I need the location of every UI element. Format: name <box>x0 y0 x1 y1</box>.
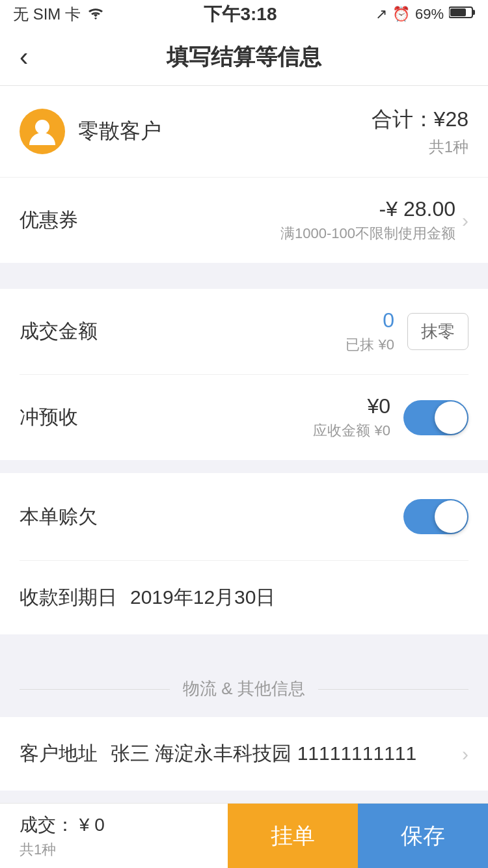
bottom-deal-value: ¥ 0 <box>79 815 105 835</box>
deal-amount-row: 成交金额 0 已抹 ¥0 抹零 <box>20 289 468 375</box>
coupon-right: -¥ 28.00 满1000-100不限制使用金额 › <box>280 197 468 243</box>
customer-section: 零散客户 合计：¥28 共1种 优惠券 -¥ 28.00 满1000-100不限… <box>0 86 488 263</box>
toggle-knob <box>435 401 467 434</box>
logistics-label: 物流 & 其他信息 <box>170 677 318 700</box>
address-row[interactable]: 客户地址 张三 海淀永丰科技园 11111111111 › <box>20 717 468 791</box>
deal-amount-right: 0 已抹 ¥0 抹零 <box>346 308 468 355</box>
status-bar: 无 SIM 卡 下午3:18 ↗ ⏰ 69% <box>0 0 488 29</box>
svg-point-3 <box>35 120 49 134</box>
coupon-label: 优惠券 <box>20 207 78 234</box>
due-date-label: 收款到期日 <box>20 584 117 611</box>
battery-icon <box>449 6 475 23</box>
location-icon: ↗ <box>375 6 387 23</box>
customer-right: 合计：¥28 共1种 <box>372 105 468 157</box>
bottom-count: 共1种 <box>20 840 208 860</box>
svg-rect-2 <box>450 8 466 16</box>
deal-value-wrap: 0 已抹 ¥0 <box>346 308 394 355</box>
address-section: 客户地址 张三 海淀永丰科技园 11111111111 › <box>0 717 488 791</box>
prepay-values: ¥0 应收金额 ¥0 <box>313 394 390 441</box>
section-divider-3 <box>0 647 488 660</box>
total-count: 共1种 <box>372 137 468 157</box>
deal-value: 0 <box>346 308 394 332</box>
customer-row: 零散客户 合计：¥28 共1种 <box>0 86 488 177</box>
status-right: ↗ ⏰ 69% <box>375 6 475 23</box>
no-sim-text: 无 SIM 卡 <box>13 4 81 25</box>
deal-sub: 已抹 ¥0 <box>346 335 394 355</box>
coupon-chevron-icon: › <box>462 210 468 232</box>
status-time: 下午3:18 <box>204 2 277 27</box>
wifi-icon <box>86 5 105 23</box>
prepay-label: 冲预收 <box>20 404 78 431</box>
logistics-section: 物流 & 其他信息 <box>0 660 488 717</box>
bottom-deal-text: 成交： ¥ 0 <box>20 813 208 837</box>
alarm-icon: ⏰ <box>392 6 410 23</box>
nav-title: 填写结算等信息 <box>167 42 321 72</box>
section-divider-1 <box>0 276 488 289</box>
address-label: 客户地址 <box>20 740 98 767</box>
prepay-amount: ¥0 <box>313 394 390 418</box>
address-chevron-icon: › <box>462 743 468 765</box>
total-amount: 合计：¥28 <box>372 105 468 134</box>
due-date-value: 2019年12月30日 <box>130 584 275 611</box>
round-button[interactable]: 抹零 <box>407 313 468 350</box>
bottom-info: 成交： ¥ 0 共1种 <box>0 813 228 860</box>
prepay-right: ¥0 应收金额 ¥0 <box>313 394 468 441</box>
prepay-row: 冲预收 ¥0 应收金额 ¥0 <box>20 375 468 460</box>
debt-toggle-knob <box>435 500 467 533</box>
bottom-bar: 成交： ¥ 0 共1种 挂单 保存 <box>0 803 488 868</box>
hold-button[interactable]: 挂单 <box>228 804 358 869</box>
debt-toggle[interactable] <box>403 499 468 534</box>
customer-name: 零散客户 <box>78 117 161 146</box>
due-date-row: 收款到期日 2019年12月30日 <box>20 561 468 634</box>
status-left: 无 SIM 卡 <box>13 4 105 25</box>
prepay-toggle[interactable] <box>403 400 468 435</box>
back-button[interactable]: ‹ <box>20 42 28 72</box>
customer-left: 零散客户 <box>20 109 161 154</box>
save-button[interactable]: 保存 <box>358 804 488 869</box>
section-divider-2 <box>0 460 488 473</box>
prepay-sub: 应收金额 ¥0 <box>313 421 390 441</box>
nav-bar: ‹ 填写结算等信息 <box>0 29 488 86</box>
debt-label: 本单赊欠 <box>20 504 98 530</box>
svg-rect-1 <box>472 10 475 15</box>
coupon-amount: -¥ 28.00 <box>280 197 455 221</box>
deal-amount-label: 成交金额 <box>20 318 98 345</box>
avatar <box>20 109 65 154</box>
address-value: 张三 海淀永丰科技园 11111111111 <box>111 740 462 767</box>
coupon-row[interactable]: 优惠券 -¥ 28.00 满1000-100不限制使用金额 › <box>0 177 488 263</box>
debt-row: 本单赊欠 <box>20 473 468 561</box>
bottom-deal-label: 成交： <box>20 815 74 835</box>
coupon-desc: 满1000-100不限制使用金额 <box>280 224 455 243</box>
deal-section: 成交金额 0 已抹 ¥0 抹零 冲预收 ¥0 应收金额 ¥0 <box>0 289 488 460</box>
debt-section: 本单赊欠 收款到期日 2019年12月30日 <box>0 473 488 634</box>
battery-text: 69% <box>415 6 444 23</box>
coupon-right-content: -¥ 28.00 满1000-100不限制使用金额 <box>280 197 455 243</box>
